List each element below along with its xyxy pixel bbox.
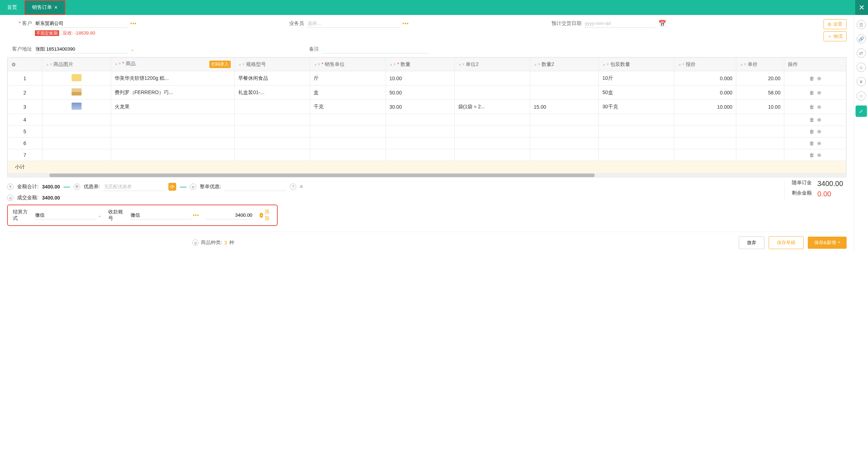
col-gear[interactable]: ⚙: [8, 58, 42, 71]
deal-label: 成交金额:: [17, 195, 38, 201]
add-row-icon[interactable]: ⊕: [817, 117, 821, 123]
col-qty2[interactable]: ▲▼数量2: [530, 58, 599, 71]
chevron-down-icon[interactable]: ⌄: [130, 46, 135, 52]
table-row[interactable]: 5🗑⊕: [8, 126, 846, 138]
settle-account-input[interactable]: [130, 211, 192, 220]
delete-icon[interactable]: 🗑: [809, 152, 814, 158]
product-thumb: [72, 103, 82, 110]
settle-account-label: 收款账号: [108, 209, 124, 222]
add-row-icon[interactable]: ⊕: [817, 90, 821, 96]
order-discount-input[interactable]: [225, 182, 286, 191]
kind-icon: ◎: [192, 239, 199, 246]
totals-panel: 随单订金3400.00 剩余金额0.00: [784, 180, 843, 200]
product-thumb: [72, 88, 82, 96]
add-row-icon[interactable]: ⊕: [817, 76, 821, 81]
col-unit[interactable]: ▲▼* 销售单位: [310, 58, 386, 71]
add-row-icon[interactable]: ⊕: [817, 140, 821, 146]
logistics-button[interactable]: ＋ 物流: [823, 31, 847, 41]
col-product[interactable]: ▲▼* 商品扫码录入: [111, 58, 234, 71]
coupon-label: 优惠券:: [84, 184, 100, 190]
right-rail: ☰ 🔗 ⇄ ☺ ¥ ☆ ⤢: [854, 15, 868, 253]
add-settlement-button[interactable]: +添加: [260, 209, 272, 222]
delete-icon[interactable]: 🗑: [809, 90, 814, 96]
yen-icon: ¥: [7, 184, 14, 190]
customer-label: 客户: [7, 20, 32, 27]
salesperson-input[interactable]: [307, 19, 399, 28]
table-row[interactable]: 2费列罗（FERRERO）巧...礼盒装01-...盒50.0050盒0.000…: [8, 86, 846, 100]
settle-method-label: 结算方式: [13, 209, 28, 222]
abandon-button[interactable]: 放弃: [739, 236, 764, 249]
refresh-icon[interactable]: ⟳: [168, 183, 176, 191]
rail-link-icon[interactable]: 🔗: [857, 34, 866, 43]
table-row[interactable]: 7🗑⊕: [8, 149, 846, 161]
rail-star-icon[interactable]: ☆: [857, 91, 866, 100]
customer-more-icon[interactable]: •••: [130, 21, 137, 26]
table-row[interactable]: 1华美华夫软饼1200g 糕...早餐休闲食品斤10.0010斤0.00020.…: [8, 71, 846, 86]
col-quote[interactable]: ▲▼报价: [674, 58, 736, 71]
delete-icon[interactable]: 🗑: [809, 140, 814, 146]
settlement-panel: 结算方式 ⌄ 收款账号 ••• +添加: [7, 205, 278, 226]
address-input[interactable]: [35, 45, 127, 53]
rail-list-icon[interactable]: ☰: [857, 20, 866, 29]
col-spec[interactable]: ▲▼规格型号: [235, 58, 310, 71]
deal-icon: ◎: [7, 195, 14, 201]
address-label: 客户地址: [7, 46, 32, 52]
customer-input[interactable]: [35, 19, 127, 28]
coupon-icon: 券: [74, 184, 80, 190]
delete-icon[interactable]: 🗑: [809, 76, 814, 81]
subtotal-row: 小计: [8, 161, 846, 174]
settle-amount-input[interactable]: [205, 211, 253, 220]
tab-bar: 首页 销售订单 ✕ ✕: [0, 0, 868, 15]
calendar-icon[interactable]: 📅: [658, 20, 666, 27]
account-more-icon[interactable]: •••: [193, 212, 199, 218]
save-draft-button[interactable]: 保存草稿: [769, 236, 804, 249]
rail-money-icon[interactable]: ¥: [857, 77, 866, 86]
tab-sales-order[interactable]: 销售订单 ✕: [24, 0, 66, 15]
deal-value: 3400.00: [42, 195, 60, 201]
remark-input[interactable]: [322, 45, 429, 53]
discount-icon: ⊘: [190, 184, 196, 190]
col-image[interactable]: ▲▼商品图片: [42, 58, 111, 71]
salesperson-more-icon[interactable]: •••: [402, 21, 409, 26]
order-discount-label: 整单优惠:: [200, 184, 221, 190]
total-value: 3400.00: [42, 184, 60, 190]
col-price[interactable]: ▲▼单价: [736, 58, 784, 71]
remark-label: 备注: [294, 46, 319, 52]
rail-user-icon[interactable]: ☺: [857, 63, 866, 72]
table-row[interactable]: 6🗑⊕: [8, 138, 846, 149]
product-thumb: [72, 74, 82, 81]
total-label: 金额合计:: [17, 184, 38, 190]
scan-button[interactable]: 扫码录入: [209, 61, 231, 68]
close-icon[interactable]: ✕: [54, 5, 58, 10]
rail-expand-icon[interactable]: ⤢: [856, 105, 867, 117]
help-icon[interactable]: ?: [290, 184, 296, 190]
add-row-icon[interactable]: ⊕: [817, 152, 821, 158]
rail-exchange-icon[interactable]: ⇄: [857, 48, 866, 58]
col-pack[interactable]: ▲▼包装数量: [599, 58, 674, 71]
chevron-down-icon[interactable]: ⌄: [98, 212, 102, 218]
settings-button[interactable]: ⚙ 设置: [823, 19, 847, 29]
delivery-date-input[interactable]: [584, 19, 655, 28]
tab-home[interactable]: 首页: [0, 0, 24, 15]
settle-method-input[interactable]: [35, 211, 96, 220]
col-action: 操作: [784, 58, 846, 71]
col-unit2[interactable]: ▲▼单位2: [454, 58, 530, 71]
coupon-input[interactable]: [103, 182, 165, 191]
collapse-icon[interactable]: ✕: [855, 0, 868, 15]
delete-icon[interactable]: 🗑: [809, 117, 814, 123]
table-row[interactable]: 3火龙果千克30.00袋(1袋 ≈ 2...15.0030千克10.00010.…: [8, 100, 846, 114]
table-row[interactable]: 4🗑⊕: [8, 114, 846, 126]
chevron-up-icon: ^: [838, 240, 840, 246]
col-qty[interactable]: ▲▼* 数量: [386, 58, 454, 71]
delivery-date-label: 预计交货日期: [551, 20, 581, 27]
horizontal-scrollbar[interactable]: [7, 174, 846, 177]
period-badge: 不固定账期: [35, 30, 59, 36]
salesperson-label: 业务员: [279, 20, 304, 27]
product-table: ⚙ ▲▼商品图片 ▲▼* 商品扫码录入 ▲▼规格型号 ▲▼* 销售单位 ▲▼* …: [7, 57, 847, 177]
delete-icon[interactable]: 🗑: [809, 129, 814, 134]
add-row-icon[interactable]: ⊕: [817, 104, 821, 110]
delete-icon[interactable]: 🗑: [809, 104, 814, 110]
add-row-icon[interactable]: ⊕: [817, 129, 821, 134]
save-and-new-button[interactable]: 保存&新增 ^: [808, 237, 847, 249]
